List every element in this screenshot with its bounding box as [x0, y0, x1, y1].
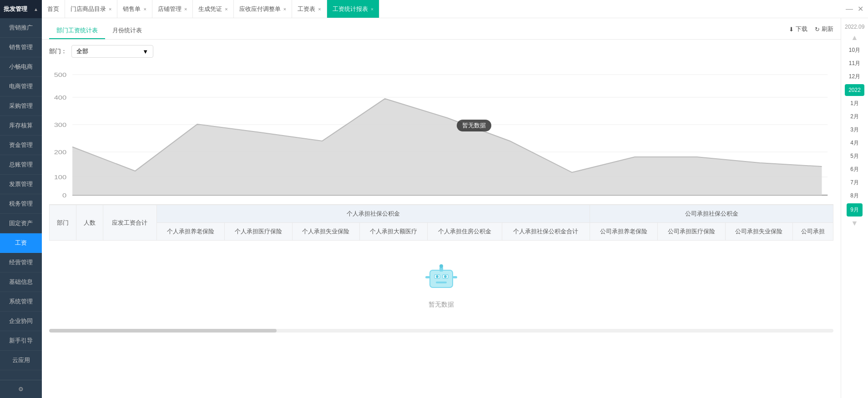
svg-text:500: 500: [54, 72, 67, 78]
tab-gongzitongji-label: 工资统计报表: [333, 5, 368, 13]
filter-bar: 部门： 全部 ▼: [42, 40, 841, 63]
sidebar-item-zongzhang[interactable]: 总账管理: [0, 155, 42, 175]
tab-yingshou-label: 应收应付调整单: [239, 5, 281, 13]
tab-yingshou-close[interactable]: ×: [283, 6, 286, 12]
sidebar: 批发管理 ▲ 营销推广 销售管理 小畅电商 电商管理 采购管理 库存核算 资金管…: [0, 0, 42, 398]
minimize-button[interactable]: —: [846, 5, 853, 13]
col-personal-bigmedical: 个人承担大额医疗: [360, 223, 428, 241]
refresh-icon: ↻: [815, 26, 820, 33]
tab-yingshou[interactable]: 应收应付调整单 ×: [234, 0, 292, 18]
col-company-unemployment: 公司承担失业保险: [725, 223, 793, 241]
timeline-month-may[interactable]: 5月: [841, 150, 868, 163]
sidebar-item-gongzi[interactable]: 工资: [0, 233, 42, 253]
sub-tab-department[interactable]: 部门工资统计表: [49, 23, 105, 39]
tab-mendian-label: 门店商品目录: [71, 5, 106, 13]
download-button[interactable]: ⬇ 下载: [789, 25, 807, 33]
sidebar-item-dianshang[interactable]: 电商管理: [0, 77, 42, 96]
timeline-month-apr[interactable]: 4月: [841, 136, 868, 150]
sidebar-item-gudingzichan[interactable]: 固定资产: [0, 214, 42, 233]
chart-container: 500 400 300 200 100 0: [42, 63, 841, 398]
tab-xiaoshouden-close[interactable]: ×: [143, 6, 146, 12]
tab-shengcheng[interactable]: 生成凭证 ×: [193, 0, 233, 18]
sidebar-item-qiye[interactable]: 企业协同: [0, 312, 42, 331]
svg-rect-22: [453, 276, 457, 278]
timeline-month-jun[interactable]: 6月: [841, 163, 868, 176]
svg-rect-21: [425, 276, 430, 278]
svg-rect-13: [430, 270, 453, 287]
sidebar-settings-button[interactable]: ⚙: [0, 380, 42, 398]
data-table: 部门 人数 应发工资合计 个人承担社保公积金 公司承担社保公积金 个人承担养老保…: [49, 205, 833, 241]
tab-mendian[interactable]: 门店商品目录 ×: [65, 0, 117, 18]
table-scrollbar-thumb[interactable]: [49, 329, 277, 333]
sidebar-item-xitong[interactable]: 系统管理: [0, 292, 42, 312]
close-button[interactable]: ✕: [858, 5, 863, 13]
timeline-month-aug[interactable]: 8月: [841, 189, 868, 202]
sidebar-item-yingxiao[interactable]: 营销推广: [0, 18, 42, 38]
timeline-month-sep[interactable]: 9月: [847, 203, 863, 217]
tab-mendian-close[interactable]: ×: [109, 6, 111, 12]
timeline-nav-down[interactable]: ▼: [849, 217, 860, 229]
timeline-month-nov[interactable]: 11月: [841, 57, 868, 70]
svg-text:200: 200: [54, 149, 67, 156]
window-controls: — ✕: [841, 5, 868, 13]
tab-dianpu[interactable]: 店铺管理 ×: [152, 0, 193, 18]
sidebar-item-shuiwu[interactable]: 税务管理: [0, 194, 42, 214]
sub-tab-monthly[interactable]: 月份统计表: [105, 23, 149, 39]
chevron-down-icon: ▼: [142, 48, 148, 55]
empty-text: 暂无数据: [429, 301, 454, 309]
col-group-company: 公司承担社保公积金: [590, 205, 833, 223]
timeline-month-jan[interactable]: 1月: [841, 97, 868, 110]
sidebar-item-caigou[interactable]: 采购管理: [0, 96, 42, 116]
svg-text:100: 100: [54, 174, 67, 181]
sidebar-item-jingying[interactable]: 经营管理: [0, 253, 42, 272]
sidebar-item-zijin[interactable]: 资金管理: [0, 136, 42, 155]
timeline-month-oct[interactable]: 10月: [841, 44, 868, 57]
sidebar-collapse-icon[interactable]: ▲: [34, 7, 38, 12]
timeline-month-dec[interactable]: 12月: [841, 70, 868, 83]
tab-shengcheng-close[interactable]: ×: [225, 6, 227, 12]
sidebar-item-jichu[interactable]: 基础信息: [0, 272, 42, 292]
tab-gongzitongji[interactable]: 工资统计报表 ×: [327, 0, 379, 18]
tab-gongzibiao-close[interactable]: ×: [318, 6, 321, 12]
timeline-nav-up[interactable]: ▲: [849, 32, 860, 44]
refresh-button[interactable]: ↻ 刷新: [815, 25, 833, 33]
table-scrollbar[interactable]: [49, 329, 833, 333]
tab-gongzibiao-label: 工资表: [298, 5, 315, 13]
tab-dianpu-close[interactable]: ×: [184, 6, 187, 12]
chart-wrapper: 500 400 300 200 100 0: [49, 68, 833, 204]
tab-gongzibiao[interactable]: 工资表 ×: [292, 0, 327, 18]
col-count: 人数: [76, 205, 103, 241]
sidebar-item-xiaochang[interactable]: 小畅电商: [0, 57, 42, 77]
tab-shengcheng-label: 生成凭证: [198, 5, 222, 13]
sidebar-item-fapiao[interactable]: 发票管理: [0, 175, 42, 194]
empty-icon: [423, 259, 459, 295]
col-group-personal: 个人承担社保公积金: [157, 205, 590, 223]
sidebar-item-kucun[interactable]: 库存核算: [0, 116, 42, 136]
timeline-month-feb[interactable]: 2月: [841, 110, 868, 123]
col-company-more: 公司承担: [793, 223, 833, 241]
col-company-medical: 公司承担医疗保险: [657, 223, 725, 241]
department-select-value: 全部: [76, 47, 88, 55]
svg-point-17: [444, 275, 447, 278]
timeline-year-2022[interactable]: 2022: [845, 84, 864, 96]
timeline-month-jul[interactable]: 7月: [841, 176, 868, 189]
col-personal-medical: 个人承担医疗保险: [224, 223, 292, 241]
department-select[interactable]: 全部 ▼: [71, 45, 153, 58]
tab-home[interactable]: 首页: [42, 0, 65, 18]
tabs-bar: 首页 门店商品目录 × 销售单 × 店铺管理 × 生成凭证 × 应收应付调整单 …: [42, 0, 868, 18]
timeline-month-mar[interactable]: 3月: [841, 123, 868, 136]
sidebar-title: 批发管理: [4, 5, 27, 13]
tab-dianpu-label: 店铺管理: [158, 5, 182, 13]
sidebar-header[interactable]: 批发管理 ▲: [0, 0, 42, 18]
content-area: 部门工资统计表 月份统计表 ⬇ 下载 ↻ 刷新: [42, 18, 868, 398]
tab-xiaoshouden[interactable]: 销售单 ×: [117, 0, 152, 18]
sub-tabs-actions: ⬇ 下载 ↻ 刷新: [789, 25, 833, 37]
col-personal-unemployment: 个人承担失业保险: [292, 223, 360, 241]
sidebar-item-xinshou[interactable]: 新手引导: [0, 331, 42, 351]
tab-gongzitongji-close[interactable]: ×: [371, 6, 373, 12]
sidebar-item-yunyingyong[interactable]: 云应用: [0, 351, 42, 370]
svg-text:400: 400: [54, 95, 67, 101]
area-chart: 500 400 300 200 100 0: [49, 68, 833, 204]
svg-marker-12: [72, 99, 822, 195]
sidebar-item-xiaoshou[interactable]: 销售管理: [0, 38, 42, 57]
